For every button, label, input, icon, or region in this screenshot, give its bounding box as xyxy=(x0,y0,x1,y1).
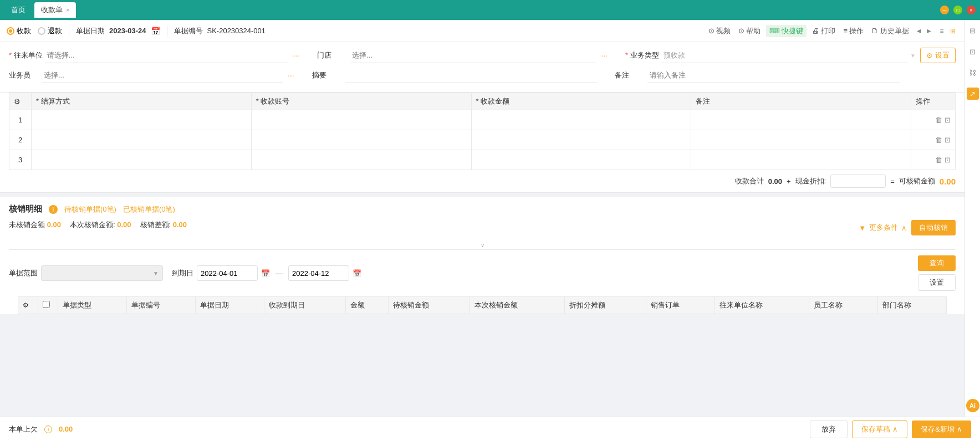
biz-type-caret-icon[interactable]: ▼ xyxy=(910,53,916,59)
btcol-department-label: 部门名称 xyxy=(882,301,911,309)
settings-button[interactable]: ⚙ 设置 xyxy=(920,48,956,63)
more-conditions-btn[interactable]: ▼ 更多条件 ∧ xyxy=(859,223,907,233)
view-icons: ≡ ⊞ xyxy=(937,26,958,36)
btcol-amount-label: 金额 xyxy=(350,301,365,309)
btcol-checkbox[interactable] xyxy=(38,297,58,314)
col-account-label: * 收款账号 xyxy=(256,97,290,105)
calendar-from-icon[interactable]: 📅 xyxy=(261,269,270,278)
filter-settings-button[interactable]: 设置 xyxy=(918,274,956,291)
row3-copy-icon[interactable]: ⊡ xyxy=(945,156,951,164)
radio-refund[interactable]: 退款 xyxy=(38,26,62,36)
row2-copy-icon[interactable]: ⊡ xyxy=(945,136,951,144)
radio-receive[interactable]: 收款 xyxy=(7,26,31,36)
row1-account[interactable] xyxy=(251,110,471,130)
btcol-counterparty: 往来单位名称 xyxy=(714,297,809,314)
video-btn[interactable]: ⊙ 视频 xyxy=(706,25,733,37)
calendar-icon[interactable]: 📅 xyxy=(151,27,160,35)
window-close-button[interactable]: × xyxy=(967,6,976,14)
view-grid-icon[interactable]: ⊞ xyxy=(948,26,958,36)
print-btn[interactable]: 🖨 打印 xyxy=(810,25,838,37)
bottom-table: ⚙ 单据类型 单据编号 单据日期 收款到期日 金额 待核销金额 本次核销金额 折… xyxy=(18,296,947,314)
btcol-this-writeoff-label: 本次核销金额 xyxy=(474,301,518,309)
row2-settle[interactable] xyxy=(32,130,252,150)
btcol-bill-date-label: 单据日期 xyxy=(200,301,229,309)
row1-remarks[interactable] xyxy=(691,110,911,130)
sidebar-layout-icon[interactable]: ⊡ xyxy=(967,45,979,58)
history-btn[interactable]: 🗋 历史单据 xyxy=(869,25,911,37)
salesperson-input[interactable] xyxy=(42,68,283,83)
col-settings-icon[interactable]: ⚙ xyxy=(9,93,32,110)
row3-delete-icon[interactable]: 🗑 xyxy=(935,156,942,164)
save-new-caret-icon[interactable]: ∧ xyxy=(957,425,962,433)
row3-account[interactable] xyxy=(251,150,471,170)
row3-remarks[interactable] xyxy=(691,150,911,170)
sidebar-expand-icon[interactable]: ↗ xyxy=(967,88,979,100)
nav-next-icon[interactable]: ▶ xyxy=(925,27,933,35)
operations-icon: ≡ xyxy=(843,27,848,35)
writeoff-info-icon[interactable]: i xyxy=(49,205,58,214)
toolbar: 收款 退款 单据日期 2023-03-24 📅 单据编号 SK-20230324… xyxy=(0,20,964,42)
bill-range-select[interactable] xyxy=(41,265,163,281)
row1-delete-icon[interactable]: 🗑 xyxy=(935,116,942,124)
row2-delete-icon[interactable]: 🗑 xyxy=(935,136,942,144)
row1-copy-icon[interactable]: ⊡ xyxy=(945,116,951,124)
due-date-to-input[interactable] xyxy=(288,265,349,281)
tab-home[interactable]: 首页 xyxy=(4,2,32,18)
counterparty-more-icon[interactable]: ··· xyxy=(293,51,299,60)
summary-plus: + xyxy=(787,177,791,186)
summary-input[interactable] xyxy=(345,68,598,83)
done-tab[interactable]: 已核销单据(0笔) xyxy=(123,204,175,214)
row3-settle[interactable] xyxy=(32,150,252,170)
view-list-icon[interactable]: ≡ xyxy=(937,26,947,36)
pending-tab[interactable]: 待核销单据(0笔) xyxy=(64,204,116,214)
bill-range-field: 单据范围 ▼ xyxy=(9,265,163,281)
footer-label: 本单上欠 xyxy=(9,424,38,434)
window-controls: ─ □ × xyxy=(940,6,976,14)
shop-input[interactable] xyxy=(350,48,596,63)
tab-current[interactable]: 收款单 × xyxy=(34,2,76,18)
bottom-table-section: ⚙ 单据类型 单据编号 单据日期 收款到期日 金额 待核销金额 本次核销金额 折… xyxy=(9,296,956,314)
btcol-bill-type-label: 单据类型 xyxy=(63,301,91,309)
col-ops-label: 操作 xyxy=(916,97,930,105)
window-minimize-button[interactable]: ─ xyxy=(940,6,949,14)
tab-close-icon[interactable]: × xyxy=(66,7,69,13)
save-new-label: 保存&新增 xyxy=(921,424,955,434)
calendar-to-icon[interactable]: 📅 xyxy=(353,269,361,278)
operations-label: 操作 xyxy=(849,26,864,36)
query-button[interactable]: 查询 xyxy=(918,255,956,271)
row2-remarks[interactable] xyxy=(691,130,911,150)
row2-amount[interactable] xyxy=(471,130,691,150)
auto-writeoff-button[interactable]: 自动核销 xyxy=(911,220,956,235)
row1-amount[interactable] xyxy=(471,110,691,130)
btcol-pending-writeoff: 待核销金额 xyxy=(388,297,469,314)
save-new-button[interactable]: 保存&新增 ∧ xyxy=(912,421,971,438)
shop-more-icon[interactable]: ··· xyxy=(601,51,608,60)
shortcut-btn[interactable]: ⌨ 快捷键 xyxy=(766,25,807,37)
save-draft-caret-icon[interactable]: ∧ xyxy=(892,425,898,433)
window-maximize-button[interactable]: □ xyxy=(953,6,962,14)
abandon-button[interactable]: 放弃 xyxy=(810,421,848,438)
row2-account[interactable] xyxy=(251,130,471,150)
summary-discount-input[interactable] xyxy=(830,175,886,188)
row1-settle[interactable] xyxy=(32,110,252,130)
ai-button[interactable]: Ai xyxy=(966,399,979,412)
sidebar-table-icon[interactable]: ⊟ xyxy=(967,24,979,37)
row3-amount[interactable] xyxy=(471,150,691,170)
btcol-settings[interactable]: ⚙ xyxy=(18,297,38,314)
radio-refund-dot xyxy=(38,27,45,35)
operations-btn[interactable]: ≡ 操作 xyxy=(841,25,866,37)
biz-type-input[interactable] xyxy=(661,48,908,63)
counterparty-input[interactable] xyxy=(45,48,289,63)
help-btn[interactable]: ⊙ 帮助 xyxy=(736,25,763,37)
nav-prev-icon[interactable]: ◀ xyxy=(915,27,923,35)
date-label: 单据日期 xyxy=(76,26,105,36)
select-all-checkbox[interactable] xyxy=(43,301,50,308)
shortcut-icon: ⌨ xyxy=(769,27,780,35)
remarks-input[interactable] xyxy=(647,68,900,83)
footer-info-icon[interactable]: i xyxy=(44,425,52,433)
sidebar-link-icon[interactable]: ⛓ xyxy=(967,66,979,79)
due-date-from-input[interactable] xyxy=(197,265,258,281)
salesperson-more-icon[interactable]: ··· xyxy=(288,71,294,80)
save-draft-button[interactable]: 保存草稿 ∧ xyxy=(852,421,907,438)
collapse-arrow[interactable]: ∨ xyxy=(9,241,956,249)
